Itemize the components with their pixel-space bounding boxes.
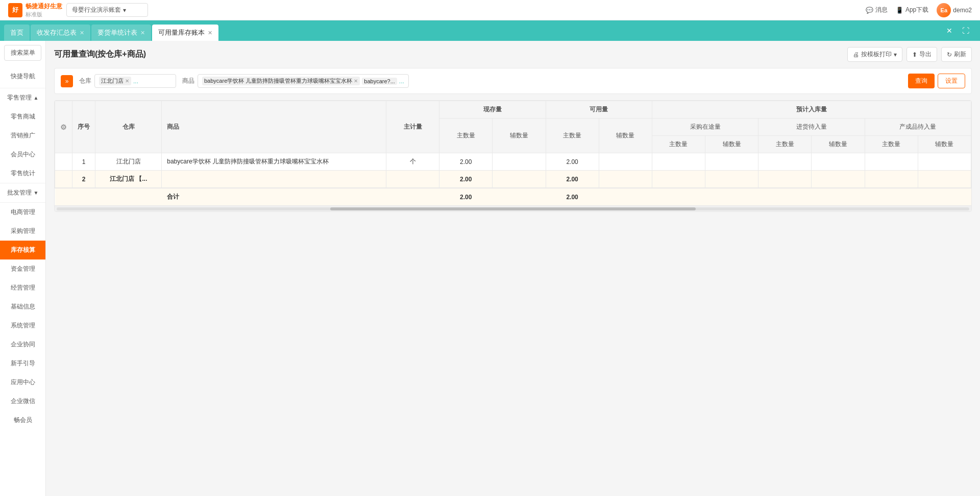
sidebar-item-marketing[interactable]: 营销推广	[0, 126, 45, 145]
sidebar-item-basic-info[interactable]: 基础信息	[0, 297, 45, 316]
sidebar-enterprise-collab-label: 企业协同	[11, 340, 35, 349]
th-product-aux: 辅数量	[918, 136, 971, 153]
sidebar-system-label: 系统管理	[11, 321, 35, 330]
tab-maximize-btn[interactable]: ⛶	[960, 25, 972, 37]
summary-current-main: 2.00	[439, 188, 493, 205]
warehouse-input[interactable]: 江北门店 ✕ ...	[94, 74, 176, 88]
row1-warehouse: 江北门店	[95, 153, 162, 171]
sidebar-new-guide-label: 新手引导	[11, 359, 35, 368]
table-wrapper: ⚙ 序号 仓库 商品 主计量 现存量 可用量 预计入库量 主数量	[54, 100, 972, 212]
sidebar-retail-mall-label: 零售商城	[11, 112, 35, 121]
print-arrow: ▾	[894, 51, 897, 58]
th-inbound-main: 主数量	[758, 136, 812, 153]
row1-product: babycare学饮杯 儿童防摔防撞吸管杯重力球吸嘴杯宝宝水杯	[162, 153, 386, 171]
product-tag2-text: babycare?...	[364, 78, 395, 84]
row2-product-main	[865, 171, 918, 188]
filter-expand-btn[interactable]: »	[61, 75, 73, 87]
export-btn[interactable]: ⬆ 导出	[906, 47, 937, 62]
horizontal-scrollbar[interactable]	[55, 205, 971, 211]
th-product-pending: 产成品待入量	[865, 119, 971, 136]
summary-inbound-main	[758, 188, 812, 205]
tab-order-stats[interactable]: 要货单统计表 ✕	[91, 25, 151, 41]
product-tag1-text: babycare学饮杯 儿童防摔防撞吸管杯重力球吸嘴杯宝宝水杯	[204, 77, 352, 85]
message-btn[interactable]: 💬 消息	[866, 6, 888, 14]
sidebar-vip-label: 畅会员	[14, 416, 32, 424]
th-current-main: 主数量	[439, 119, 493, 153]
content-area: 可用量查询(按仓库+商品) 🖨 按模板打印 ▾ ⬆ 导出 ↻ 刷新	[46, 41, 980, 496]
sidebar-item-ops[interactable]: 经营管理	[0, 278, 45, 297]
tab-home-label: 首页	[10, 28, 23, 37]
filter-row: » 仓库 江北门店 ✕ ... 商品	[54, 68, 972, 94]
sidebar-item-inventory[interactable]: 库存核算	[0, 241, 45, 259]
print-template-btn[interactable]: 🖨 按模板打印 ▾	[847, 47, 902, 62]
row2-current-main: 2.00	[439, 171, 493, 188]
sidebar-item-wholesale-mgmt[interactable]: 批发管理 ▼	[0, 183, 45, 202]
product-filter-field: 商品 babycare学饮杯 儿童防摔防撞吸管杯重力球吸嘴杯宝宝水杯 ✕ bab…	[182, 74, 409, 88]
th-current-stock: 现存量	[439, 101, 546, 119]
tab-order-stats-close[interactable]: ✕	[140, 30, 145, 36]
sidebar-item-app-center[interactable]: 应用中心	[0, 373, 45, 392]
tab-close-all-btn[interactable]: ✕	[943, 25, 955, 37]
tab-receive-summary-label: 收发存汇总表	[37, 28, 77, 37]
row1-purchase-aux	[705, 153, 758, 171]
row1-inbound-main	[758, 153, 812, 171]
sidebar-item-member-center[interactable]: 会员中心	[0, 145, 45, 164]
summary-purchase-aux	[705, 188, 758, 205]
sidebar-section-wholesale: 批发管理 ▼	[0, 183, 45, 203]
product-tag1-close[interactable]: ✕	[354, 78, 358, 84]
app-download-btn[interactable]: 📱 App下载	[896, 6, 928, 14]
row1-avail-main: 2.00	[546, 153, 599, 171]
product-more-dots[interactable]: ...	[399, 78, 404, 85]
th-purchase-onway: 采购在途量	[652, 119, 758, 136]
sidebar-item-new-guide[interactable]: 新手引导	[0, 354, 45, 373]
th-product-main: 主数量	[865, 136, 918, 153]
page-header: 可用量查询(按仓库+商品) 🖨 按模板打印 ▾ ⬆ 导出 ↻ 刷新	[54, 47, 972, 62]
row1-product-aux	[918, 153, 971, 171]
row1-settings	[55, 153, 72, 171]
summary-warehouse	[95, 188, 162, 205]
user-area[interactable]: Ea demo2	[937, 3, 972, 17]
sidebar-purchase-label: 采购管理	[11, 227, 35, 235]
sidebar-item-enterprise-collab[interactable]: 企业协同	[0, 335, 45, 354]
sidebar-inventory-label: 库存核算	[11, 246, 35, 254]
sidebar-quicknav-btn[interactable]: 快捷导航	[4, 69, 41, 84]
sidebar-ecommerce-label: 电商管理	[11, 208, 35, 217]
sidebar-item-purchase[interactable]: 采购管理	[0, 222, 45, 241]
warehouse-more-dots[interactable]: ...	[133, 78, 138, 85]
query-btn[interactable]: 查询	[908, 74, 935, 88]
sidebar-search-btn[interactable]: 搜索菜单	[4, 45, 41, 61]
warehouse-tag: 江北门店 ✕	[99, 77, 131, 85]
warehouse-tag-text: 江北门店	[101, 77, 124, 85]
tab-available-stock-close[interactable]: ✕	[208, 30, 212, 36]
sidebar-search-area: 搜索菜单	[0, 41, 45, 65]
sidebar-item-retail-mall[interactable]: 零售商城	[0, 107, 45, 126]
industry-select[interactable]: 母婴行业演示账套 ▾	[66, 3, 148, 17]
template-label: 标准版	[26, 11, 62, 18]
gear-icon[interactable]: ⚙	[60, 123, 67, 131]
app-icon: 📱	[896, 7, 903, 14]
sidebar-item-system[interactable]: 系统管理	[0, 316, 45, 335]
setting-btn[interactable]: 设置	[938, 74, 965, 88]
user-name: demo2	[953, 7, 972, 14]
tab-home[interactable]: 首页	[4, 25, 30, 41]
sidebar-item-retail-stats[interactable]: 零售统计	[0, 164, 45, 183]
sidebar-item-finance[interactable]: 资金管理	[0, 259, 45, 278]
sidebar-item-enterprise-wechat[interactable]: 企业微信	[0, 392, 45, 411]
row2-no: 2	[72, 171, 95, 188]
sidebar-item-ecommerce[interactable]: 电商管理	[0, 203, 45, 222]
sidebar-marketing-label: 营销推广	[11, 131, 35, 140]
tab-available-stock[interactable]: 可用量库存账本 ✕	[152, 25, 218, 41]
tab-receive-summary[interactable]: 收发存汇总表 ✕	[31, 25, 90, 41]
summary-purchase-main	[652, 188, 705, 205]
tab-receive-summary-close[interactable]: ✕	[80, 30, 84, 36]
sidebar-wholesale-arrow: ▼	[34, 190, 39, 196]
refresh-btn[interactable]: ↻ 刷新	[941, 47, 972, 62]
sidebar-item-retail-mgmt[interactable]: 零售管理 ▲	[0, 88, 45, 107]
warehouse-tag-close[interactable]: ✕	[125, 78, 129, 84]
scrollbar-thumb[interactable]	[330, 207, 695, 210]
sidebar-item-vip[interactable]: 畅会员	[0, 411, 45, 430]
logo-icon: 好	[8, 3, 22, 17]
product-input[interactable]: babycare学饮杯 儿童防摔防撞吸管杯重力球吸嘴杯宝宝水杯 ✕ babyca…	[198, 74, 409, 88]
th-inbound-pending: 进货待入量	[758, 119, 865, 136]
sidebar-quicknav-area: 快捷导航	[0, 65, 45, 88]
